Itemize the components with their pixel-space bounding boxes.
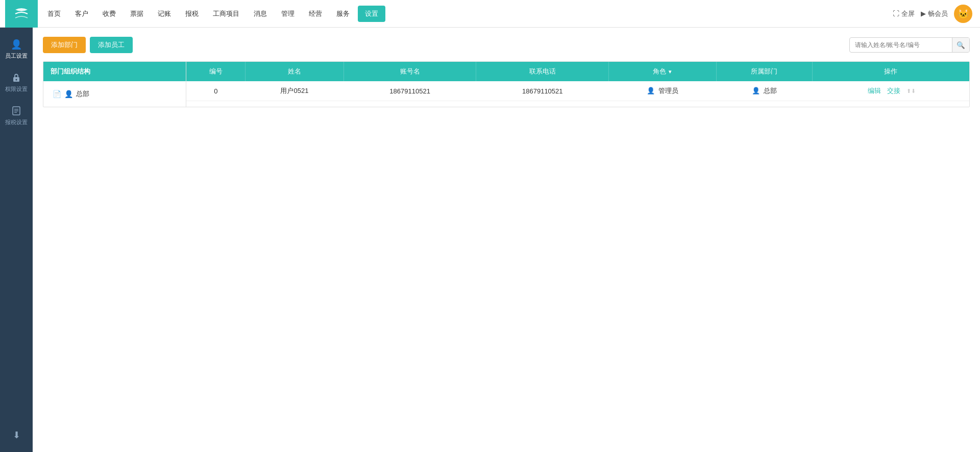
logo <box>5 0 38 28</box>
cell-role: 👤 管理员 <box>609 81 717 101</box>
dept-role-icon: 👤 <box>752 87 760 94</box>
cell-phone: 18679110521 <box>476 81 609 101</box>
sidebar-bottom: ⬇ <box>0 423 33 447</box>
sidebar-permission-label: 权限设置 <box>5 85 28 93</box>
member-btn[interactable]: ▶ 畅会员 <box>921 9 948 18</box>
dept-tree-body: 📄 👤 总部 <box>43 81 186 107</box>
dept-tree: 部门组织结构 📄 👤 总部 <box>43 62 186 107</box>
col-account: 账号名 <box>344 62 476 81</box>
dept-name-general: 总部 <box>76 89 89 99</box>
table-header-row: 编号 姓名 账号名 联系电话 角色 ▼ 所属部门 操作 <box>186 62 969 81</box>
top-nav: 首页 客户 收费 票据 记账 报税 工商项目 消息 管理 经营 服务 设置 ⛶ … <box>0 0 980 28</box>
sidebar-download-btn[interactable]: ⬇ <box>0 423 33 447</box>
col-phone: 联系电话 <box>476 62 609 81</box>
row-scroll-arrows: ⬆⬇ <box>906 88 916 94</box>
table-row: 0 用户0521 18679110521 18679110521 👤 管理员 👤… <box>186 81 969 101</box>
nav-fee[interactable]: 收费 <box>95 0 123 27</box>
toolbar: 添加部门 添加员工 🔍 <box>43 37 970 53</box>
nav-settings[interactable]: 设置 <box>358 6 385 22</box>
sidebar-taxsettings-label: 报税设置 <box>5 118 28 126</box>
member-icon: ▶ <box>921 10 926 17</box>
add-emp-button[interactable]: 添加员工 <box>90 37 133 53</box>
nav-right: ⛶ 全屏 ▶ 畅会员 🐱 <box>893 5 980 23</box>
avatar[interactable]: 🐱 <box>954 5 972 23</box>
col-dept: 所属部门 <box>717 62 813 81</box>
fullscreen-btn[interactable]: ⛶ 全屏 <box>893 9 915 18</box>
cell-id: 0 <box>186 81 246 101</box>
search-icon: 🔍 <box>957 41 965 49</box>
sidebar-item-employee[interactable]: 👤 员工设置 <box>0 33 33 66</box>
sidebar: 👤 员工设置 权限设置 报税设置 <box>0 28 33 452</box>
filter-icon: ▼ <box>668 69 673 75</box>
search-bar: 🔍 <box>849 37 970 53</box>
col-id: 编号 <box>186 62 246 81</box>
nav-tax[interactable]: 报税 <box>178 0 206 27</box>
sidebar-item-taxsettings[interactable]: 报税设置 <box>0 99 33 132</box>
search-input[interactable] <box>850 41 952 49</box>
nav-service[interactable]: 服务 <box>329 0 357 27</box>
col-ops: 操作 <box>812 62 969 81</box>
dept-user-icon: 👤 <box>64 90 73 98</box>
dept-item-general[interactable]: 📄 👤 总部 <box>51 86 179 102</box>
edit-link[interactable]: 编辑 <box>868 87 881 94</box>
col-name: 姓名 <box>246 62 344 81</box>
sidebar-item-permission[interactable]: 权限设置 <box>0 66 33 99</box>
fullscreen-label: 全屏 <box>901 9 915 18</box>
content-area: 添加部门 添加员工 🔍 部门组织结构 📄 👤 总部 <box>33 28 980 452</box>
search-button[interactable]: 🔍 <box>952 38 969 52</box>
two-col-layout: 部门组织结构 📄 👤 总部 编号 姓名 账号名 <box>43 61 970 107</box>
fullscreen-icon: ⛶ <box>893 10 899 17</box>
file-icon: 📄 <box>53 90 61 98</box>
nav-accounting[interactable]: 记账 <box>151 0 178 27</box>
role-icon: 👤 <box>647 87 655 94</box>
col-role[interactable]: 角色 ▼ <box>609 62 717 81</box>
nav-message[interactable]: 消息 <box>247 0 274 27</box>
tax-settings-icon <box>11 105 22 116</box>
transfer-link[interactable]: 交接 <box>887 87 900 94</box>
cell-dept: 👤 总部 <box>717 81 813 101</box>
nav-biz[interactable]: 工商项目 <box>206 0 247 27</box>
cell-name: 用户0521 <box>246 81 344 101</box>
download-icon: ⬇ <box>11 430 22 441</box>
nav-invoice[interactable]: 票据 <box>123 0 151 27</box>
emp-table-wrap: 编号 姓名 账号名 联系电话 角色 ▼ 所属部门 操作 <box>186 62 969 107</box>
nav-customer[interactable]: 客户 <box>68 0 95 27</box>
sidebar-employee-label: 员工设置 <box>5 52 28 60</box>
lock-icon <box>11 72 22 83</box>
nav-operation[interactable]: 经营 <box>302 0 329 27</box>
cell-ops: 编辑 交接 ⬆⬇ <box>812 81 969 101</box>
svg-point-1 <box>16 79 17 81</box>
employee-icon: 👤 <box>11 39 22 50</box>
nav-manage[interactable]: 管理 <box>274 0 302 27</box>
main-layout: 👤 员工设置 权限设置 报税设置 <box>0 28 980 452</box>
cell-account: 18679110521 <box>344 81 476 101</box>
member-label: 畅会员 <box>928 9 948 18</box>
nav-home[interactable]: 首页 <box>40 0 68 27</box>
nav-items: 首页 客户 收费 票据 记账 报税 工商项目 消息 管理 经营 服务 设置 <box>40 0 893 27</box>
dept-tree-header: 部门组织结构 <box>43 62 186 81</box>
emp-table: 编号 姓名 账号名 联系电话 角色 ▼ 所属部门 操作 <box>186 62 969 101</box>
add-dept-button[interactable]: 添加部门 <box>43 37 86 53</box>
